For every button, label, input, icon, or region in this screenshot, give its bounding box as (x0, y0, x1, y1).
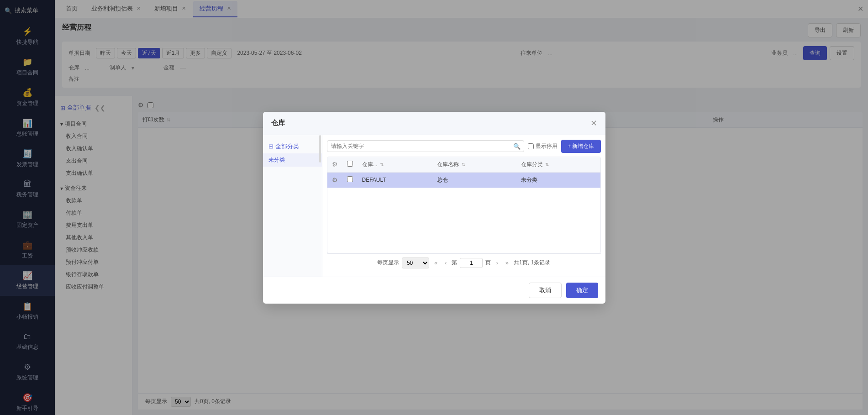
row-settings-cell: ⚙ (327, 172, 342, 188)
modal-search-wrap: 🔍 (327, 140, 525, 152)
row-code: DEFAULT (362, 177, 386, 183)
row-gear-icon[interactable]: ⚙ (332, 176, 338, 184)
sort-icon-code: ⇅ (380, 162, 384, 167)
row-checkbox-cell (342, 172, 358, 188)
row-checkbox[interactable] (347, 176, 353, 182)
modal-left-all[interactable]: ⊞ 全部分类 (263, 140, 322, 153)
search-icon-modal: 🔍 (513, 143, 521, 150)
grid-icon-modal: ⊞ (268, 143, 274, 150)
show-disabled-label[interactable]: 显示停用 (528, 142, 558, 150)
row-code-cell: DEFAULT (358, 172, 433, 188)
modal-col-code[interactable]: 仓库... ⇅ (358, 157, 433, 173)
modal-overlay[interactable]: 仓库 ✕ ⊞ 全部分类 未分类 (0, 0, 868, 415)
warehouse-modal: 仓库 ✕ ⊞ 全部分类 未分类 (263, 112, 605, 304)
modal-toolbar: 🔍 显示停用 + 新增仓库 (327, 140, 601, 153)
show-disabled-text: 显示停用 (536, 142, 558, 150)
modal-right-panel: 🔍 显示停用 + 新增仓库 ⚙ (322, 135, 605, 277)
sort-icon-category: ⇅ (545, 162, 549, 167)
modal-page-input[interactable] (460, 258, 483, 268)
add-warehouse-button[interactable]: + 新增仓库 (561, 140, 600, 153)
modal-body: ⊞ 全部分类 未分类 🔍 (263, 135, 605, 277)
modal-table-header: ⚙ 仓库... ⇅ 仓库名称 (327, 157, 600, 173)
row-category-cell: 未分类 (516, 172, 600, 188)
modal-col-name[interactable]: 仓库名称 ⇅ (432, 157, 516, 173)
left-scrollbar-thumb (319, 135, 321, 163)
modal-col-settings: ⚙ (327, 157, 342, 173)
modal-table: ⚙ 仓库... ⇅ 仓库名称 (327, 157, 601, 253)
modal-first-btn[interactable]: « (432, 258, 440, 267)
modal-left-uncategorized[interactable]: 未分类 (263, 153, 322, 167)
modal-gear-icon[interactable]: ⚙ (332, 161, 338, 168)
modal-left-panel: ⊞ 全部分类 未分类 (263, 135, 322, 277)
modal-uncategorized-label: 未分类 (268, 157, 285, 163)
modal-footer-bar: 每页显示 50 « ‹ 第 页 › » 共1页, 1条记录 (327, 253, 601, 272)
table-row[interactable]: ⚙ DEFAULT 总仓 (327, 172, 600, 188)
confirm-button[interactable]: 确定 (566, 283, 598, 298)
modal-col-category[interactable]: 仓库分类 ⇅ (516, 157, 600, 173)
row-category: 未分类 (521, 177, 537, 183)
modal-total-text: 共1页, 1条记录 (514, 259, 550, 267)
show-disabled-checkbox[interactable] (528, 143, 534, 149)
modal-page-size-label: 每页显示 (377, 259, 399, 267)
cancel-button[interactable]: 取消 (529, 283, 562, 298)
row-name: 总仓 (437, 177, 448, 183)
modal-page-unit: 页 (485, 259, 491, 267)
modal-last-btn[interactable]: » (503, 258, 511, 267)
modal-close-button[interactable]: ✕ (590, 118, 597, 128)
modal-confirm-bar: 取消 确定 (263, 277, 605, 304)
modal-search-input[interactable] (327, 140, 525, 152)
modal-prev-btn[interactable]: ‹ (442, 258, 449, 267)
modal-next-btn[interactable]: › (494, 258, 500, 267)
modal-page-size-select[interactable]: 50 (402, 257, 429, 268)
modal-header: 仓库 ✕ (263, 112, 605, 135)
left-scrollbar (319, 135, 321, 277)
modal-col-checkbox (342, 157, 358, 173)
sort-icon-name: ⇅ (462, 162, 465, 167)
modal-col-code-label: 仓库... (362, 161, 378, 168)
row-name-cell: 总仓 (432, 172, 516, 188)
modal-col-name-label: 仓库名称 (437, 161, 459, 168)
modal-left-all-label: 全部分类 (275, 142, 299, 151)
modal-page-label: 第 (452, 259, 457, 267)
modal-title: 仓库 (271, 119, 285, 127)
modal-select-all[interactable] (347, 161, 353, 167)
modal-col-category-label: 仓库分类 (521, 161, 543, 168)
